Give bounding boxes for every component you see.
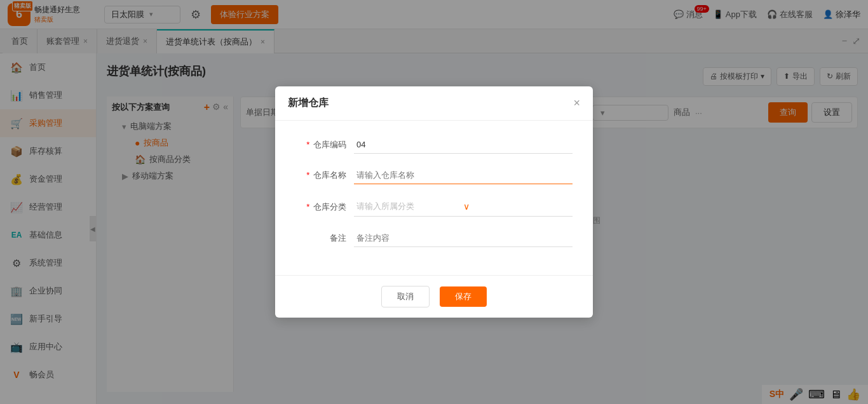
warehouse-modal: 新增仓库 × * 仓库编码 * 仓库名称 xyxy=(275,86,593,318)
modal-header: 新增仓库 × xyxy=(275,86,593,121)
warehouse-name-row: * 仓库名称 xyxy=(295,166,573,184)
required-asterisk-3: * xyxy=(306,202,309,212)
remark-row: 备注 xyxy=(295,229,573,247)
required-asterisk-1: * xyxy=(306,140,309,149)
modal-footer: 取消 保存 xyxy=(275,275,593,318)
remark-label: 备注 xyxy=(295,232,346,244)
category-dropdown-arrow: ∨ xyxy=(463,201,570,212)
warehouse-category-row: * 仓库分类 请输入所属分类 ∨ xyxy=(295,197,573,217)
warehouse-category-placeholder: 请输入所属分类 xyxy=(356,201,463,212)
modal-overlay[interactable]: 新增仓库 × * 仓库编码 * 仓库名称 xyxy=(0,0,868,404)
modal-body: * 仓库编码 * 仓库名称 * 仓库分类 请输入 xyxy=(275,121,593,275)
warehouse-code-label: * 仓库编码 xyxy=(295,139,346,151)
modal-title: 新增仓库 xyxy=(288,97,329,110)
remark-input[interactable] xyxy=(354,229,573,247)
save-button[interactable]: 保存 xyxy=(440,286,487,307)
modal-close-button[interactable]: × xyxy=(573,97,580,110)
warehouse-category-label: * 仓库分类 xyxy=(295,201,346,213)
warehouse-category-select[interactable]: 请输入所属分类 ∨ xyxy=(354,197,573,217)
warehouse-code-input[interactable] xyxy=(354,136,573,154)
cancel-button[interactable]: 取消 xyxy=(381,286,430,307)
required-asterisk-2: * xyxy=(306,170,309,180)
warehouse-name-label: * 仓库名称 xyxy=(295,170,346,181)
warehouse-name-input[interactable] xyxy=(354,166,573,184)
warehouse-code-row: * 仓库编码 xyxy=(295,136,573,154)
